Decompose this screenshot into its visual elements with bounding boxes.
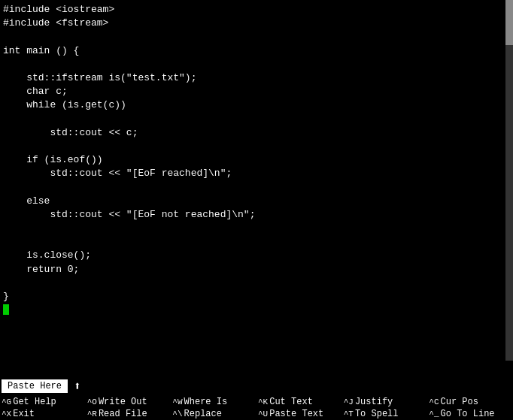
menu-item-get-help[interactable]: ^G Get Help [0,397,86,407]
upload-icon[interactable]: ⬆ [74,379,81,394]
menu-item-justify[interactable]: ^J Justify [342,397,428,407]
scrollbar-thumb[interactable] [505,0,513,45]
menu-item-replace[interactable]: ^\ Replace [171,409,256,419]
code-content: #include <iostream> #include <fstream> i… [3,3,510,304]
paste-bar: Paste Here ⬆ [0,376,226,396]
menu-item-where-is[interactable]: ^W Where Is [171,397,256,407]
paste-here-button[interactable]: Paste Here [2,379,68,393]
menu-item-go-to-line[interactable]: ^_ Go To Line [427,409,513,419]
menu-item-exit[interactable]: ^X Exit [0,409,86,419]
menu-rows: ^G Get Help^O Write Out^W Where Is^K Cut… [0,396,513,420]
menu-item-to-spell[interactable]: ^T To Spell [342,409,428,419]
menu-item-cur-pos[interactable]: ^C Cur Pos [427,397,513,407]
menu-row-1: ^G Get Help^O Write Out^W Where Is^K Cut… [0,396,513,408]
editor-area[interactable]: #include <iostream> #include <fstream> i… [0,0,513,361]
menu-item-paste-text[interactable]: ^U Paste Text [256,409,342,419]
menu-row-2: ^X Exit^R Read File^\ Replace^U Paste Te… [0,408,513,420]
menu-item-read-file[interactable]: ^R Read File [86,409,172,419]
cursor [3,304,9,315]
menu-item-write-out[interactable]: ^O Write Out [86,397,172,407]
menu-item-cut-text[interactable]: ^K Cut Text [256,397,342,407]
scrollbar[interactable] [505,0,513,361]
